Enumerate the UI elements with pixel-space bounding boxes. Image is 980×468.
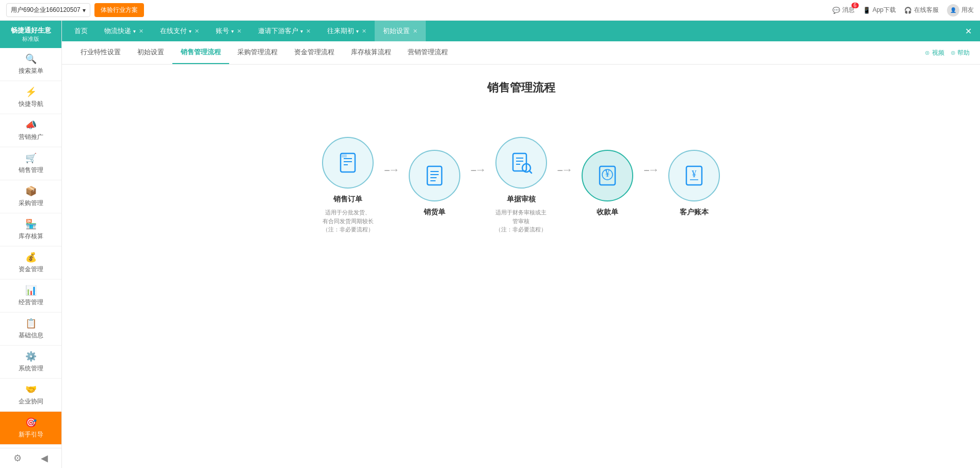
tab-close-icon[interactable]: ✕ [195, 28, 199, 35]
basicinfo-icon: 📋 [25, 318, 37, 329]
flow-item-sales_order[interactable]: 销售订单适用于分批发货、有合同发货周期较长（注：非必要流程） [307, 137, 389, 234]
search-icon: 🔍 [25, 53, 37, 65]
logo-title: 畅捷通好生意 [4, 26, 57, 35]
tab-close-icon[interactable]: ✕ [362, 28, 366, 35]
nav-tab-label: 首页 [74, 26, 88, 36]
chevron-icon: ▾ [300, 28, 303, 34]
logo-sub: 标准版 [4, 35, 57, 43]
sidebar-item-inventory[interactable]: 🏪库存核算 [0, 213, 61, 246]
message-button[interactable]: 💬 消息 6 [832, 6, 855, 14]
nav-tab-init_settings[interactable]: 初始设置✕ [375, 21, 426, 41]
nav-tab-label: 邀请下游客户 [258, 26, 298, 36]
flow-name-customer_ledger: 客户账本 [680, 208, 709, 217]
chevron-icon: ▾ [189, 28, 191, 34]
tab-close-icon[interactable]: ✕ [413, 28, 417, 35]
sub-tab-finance_flow[interactable]: 资金管理流程 [286, 41, 343, 64]
message-badge: 6 [852, 3, 859, 8]
collapse-icon[interactable]: ◀ [41, 453, 48, 464]
sidebar-item-system[interactable]: ⚙️系统管理 [0, 346, 61, 379]
flow-name-sales_invoice: 销货单 [424, 208, 445, 217]
sidebar-item-sales[interactable]: 🛒销售管理 [0, 147, 61, 180]
user-label: 用户690企业1660120507 [11, 6, 81, 14]
flow-circle-sales_invoice [409, 150, 460, 201]
marketing_promo-icon: 📣 [25, 119, 37, 131]
nav-tab-label: 账号 [216, 26, 229, 36]
nav-close-button[interactable]: ✕ [961, 26, 976, 36]
sidebar-menu: 🔍搜索菜单⚡快捷导航📣营销推广🛒销售管理📦采购管理🏪库存核算💰资金管理📊经营管理… [0, 48, 61, 448]
flow-circle-doc_review [495, 137, 547, 189]
flow-diagram: 销售订单适用于分批发货、有合同发货周期较长（注：非必要流程）--→ 销货单--→… [72, 127, 970, 255]
online-service-button[interactable]: 🎧 在线客服 [904, 6, 939, 14]
nav-tab-payment[interactable]: 在线支付▾✕ [152, 21, 207, 41]
sidebar-item-marketing_promo[interactable]: 📣营销推广 [0, 114, 61, 147]
sidebar-item-label: 销售管理 [19, 166, 43, 175]
sub-tab-industry[interactable]: 行业特性设置 [72, 41, 129, 64]
chevron-down-icon: ▾ [83, 7, 86, 14]
sidebar-item-label: 系统管理 [19, 364, 43, 373]
user-menu[interactable]: 👤 用友 [947, 4, 974, 17]
flow-item-doc_review[interactable]: 单据审核适用于财务审核或主管审核（注：非必要流程） [480, 137, 563, 234]
app-download-button[interactable]: 📱 App下载 [863, 6, 896, 14]
nav-tab-home[interactable]: 首页 [66, 21, 96, 41]
operation-icon: 📊 [25, 285, 37, 296]
flow-item-receipt[interactable]: ¥ 收款单 [566, 150, 649, 221]
sidebar-item-shortcut[interactable]: ⚡快捷导航 [0, 81, 61, 114]
page-title: 销售管理流程 [72, 80, 970, 96]
nav-tab-label: 物流快递 [104, 26, 131, 36]
nav-tab-label: 在线支付 [160, 26, 187, 36]
top-bar: 用户690企业1660120507 ▾ 体验行业方案 💬 消息 6 📱 App下… [0, 0, 980, 21]
tab-close-icon[interactable]: ✕ [139, 28, 143, 35]
logo-area: 畅捷通好生意 标准版 [0, 21, 61, 48]
sidebar-item-newbie[interactable]: 🎯新手引导 [0, 412, 61, 445]
system-icon: ⚙️ [25, 351, 37, 362]
sidebar-item-finance[interactable]: 💰资金管理 [0, 246, 61, 279]
app-label: App下载 [873, 6, 896, 14]
mobile-icon: 📱 [863, 7, 871, 14]
chevron-icon: ▾ [133, 28, 136, 34]
try-industry-button[interactable]: 体验行业方案 [94, 3, 144, 17]
svg-rect-10 [513, 153, 526, 171]
nav-tab-logistics[interactable]: 物流快递▾✕ [96, 21, 152, 41]
finance-icon: 💰 [25, 252, 37, 263]
tab-close-icon[interactable]: ✕ [237, 28, 242, 35]
flow-item-customer_ledger[interactable]: ¥ 客户账本 [653, 150, 735, 221]
sub-tab-purchase_flow[interactable]: 采购管理流程 [229, 41, 286, 64]
headset-icon: 🎧 [904, 7, 912, 14]
main-content: 首页物流快递▾✕在线支付▾✕账号▾✕邀请下游客户▾✕往来期初▾✕初始设置✕✕ 行… [62, 21, 980, 468]
user-selector[interactable]: 用户690企业1660120507 ▾ [6, 3, 90, 17]
tab-close-icon[interactable]: ✕ [306, 28, 311, 35]
nav-tab-label: 往来期初 [327, 26, 354, 36]
page-content: 销售管理流程 销售订单适用于分批发货、有合同发货周期较长（注：非必要流程）--→… [62, 65, 980, 270]
sub-tab-marketing_flow[interactable]: 营销管理流程 [399, 41, 456, 64]
top-bar-left: 用户690企业1660120507 ▾ 体验行业方案 [6, 3, 144, 17]
nav-tab-past_period[interactable]: 往来期初▾✕ [319, 21, 375, 41]
inventory-icon: 🏪 [25, 219, 37, 230]
nav-tabs: 首页物流快递▾✕在线支付▾✕账号▾✕邀请下游客户▾✕往来期初▾✕初始设置✕✕ [62, 21, 980, 41]
sidebar-item-search[interactable]: 🔍搜索菜单 [0, 48, 61, 81]
svg-line-15 [529, 171, 532, 174]
help-link[interactable]: ⊙ 帮助 [951, 49, 970, 57]
sub-tab-inventory_flow[interactable]: 库存核算流程 [343, 41, 399, 64]
settings-icon[interactable]: ⚙ [13, 453, 22, 464]
sub-tabs: 行业特性设置初始设置销售管理流程采购管理流程资金管理流程库存核算流程营销管理流程… [62, 41, 980, 65]
flow-name-doc_review: 单据审核 [507, 195, 536, 204]
svg-rect-4 [342, 154, 347, 158]
nav-tab-invite[interactable]: 邀请下游客户▾✕ [250, 21, 319, 41]
shortcut-icon: ⚡ [25, 86, 37, 98]
sales-icon: 🛒 [25, 152, 37, 164]
sidebar-item-label: 库存核算 [19, 232, 43, 241]
sidebar-item-purchase[interactable]: 📦采购管理 [0, 180, 61, 213]
sidebar-item-label: 新手引导 [19, 430, 43, 439]
svg-rect-5 [427, 166, 442, 185]
flow-name-receipt: 收款单 [597, 208, 618, 217]
sidebar-item-basicinfo[interactable]: 📋基础信息 [0, 313, 61, 346]
sidebar-item-corp_coop[interactable]: 🤝企业协同 [0, 379, 61, 412]
sub-tab-init[interactable]: 初始设置 [129, 41, 172, 64]
layout: 畅捷通好生意 标准版 🔍搜索菜单⚡快捷导航📣营销推广🛒销售管理📦采购管理🏪库存核… [0, 21, 980, 468]
message-icon: 💬 [832, 7, 840, 14]
sidebar-item-operation[interactable]: 📊经营管理 [0, 279, 61, 313]
video-link[interactable]: ⊙ 视频 [925, 49, 944, 57]
flow-item-sales_invoice[interactable]: 销货单 [393, 150, 476, 221]
nav-tab-account[interactable]: 账号▾✕ [207, 21, 250, 41]
sub-tab-sales_flow[interactable]: 销售管理流程 [172, 41, 229, 64]
